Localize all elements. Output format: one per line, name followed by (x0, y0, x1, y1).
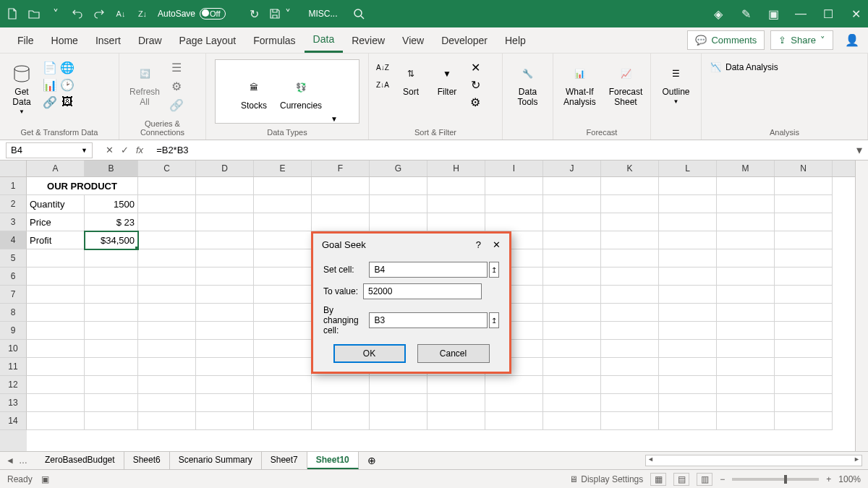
cell-J9[interactable] (543, 322, 601, 340)
row-header-1[interactable]: 1 (0, 177, 27, 195)
filter-button[interactable]: ▼ Filter (431, 59, 463, 100)
cell-L3[interactable] (659, 213, 717, 231)
cell-K6[interactable] (601, 267, 659, 286)
cell-A10[interactable] (27, 340, 85, 358)
cell-D5[interactable] (196, 249, 254, 267)
cell-J10[interactable] (543, 340, 601, 358)
cell-I12[interactable] (485, 376, 543, 394)
row-header-2[interactable]: 2 (0, 195, 27, 213)
cell-E1[interactable] (254, 177, 312, 195)
cell-C6[interactable] (138, 267, 196, 286)
set-cell-input[interactable] (369, 262, 488, 278)
cell-B12[interactable] (85, 376, 138, 394)
sheet-nav-more-icon[interactable]: … (19, 455, 27, 466)
cell-K8[interactable] (601, 304, 659, 322)
cell-M14[interactable] (717, 412, 775, 430)
cell-N3[interactable] (775, 213, 833, 231)
expand-formula-icon[interactable]: ▾ (851, 143, 868, 157)
recent-sources-icon[interactable]: 🕑 (59, 77, 75, 93)
cell-M1[interactable] (717, 177, 775, 195)
cell-D3[interactable] (196, 213, 254, 231)
name-box[interactable]: B4 ▼ (6, 142, 93, 158)
data-tools-button[interactable]: 🔧 Data Tools (512, 59, 544, 110)
enter-formula-icon[interactable]: ✓ (121, 145, 129, 155)
cell-C8[interactable] (138, 304, 196, 322)
cell-D14[interactable] (196, 412, 254, 430)
cell-H14[interactable] (427, 412, 485, 430)
cell-M4[interactable] (717, 231, 775, 249)
cell-L6[interactable] (659, 267, 717, 286)
col-header-K[interactable]: K (601, 160, 659, 176)
formula-input[interactable]: =B2*B3 (150, 143, 851, 157)
cell-D2[interactable] (196, 195, 254, 213)
cell-A2[interactable]: Quantity (27, 195, 85, 213)
wand-icon[interactable]: ✎ (739, 7, 752, 20)
cell-J12[interactable] (543, 376, 601, 394)
properties-icon[interactable]: ⚙ (169, 78, 184, 94)
row-header-3[interactable]: 3 (0, 213, 27, 231)
chevron-down-icon[interactable]: ▼ (81, 147, 88, 154)
row-header-14[interactable]: 14 (0, 412, 27, 430)
cell-F1[interactable] (312, 177, 370, 195)
cell-N12[interactable] (775, 376, 833, 394)
cell-C1[interactable] (138, 177, 196, 195)
cell-N8[interactable] (775, 304, 833, 322)
save-icon[interactable] (268, 7, 281, 20)
row-header-10[interactable]: 10 (0, 340, 27, 358)
autosave-toggle[interactable]: AutoSave Off (158, 8, 241, 20)
sort-desc-icon[interactable]: Z↓ (136, 7, 149, 20)
row-header-11[interactable]: 11 (0, 358, 27, 376)
normal-view-icon[interactable]: ▦ (650, 473, 666, 486)
whatif-button[interactable]: 📊 What-If Analysis (559, 59, 600, 110)
cell-M9[interactable] (717, 322, 775, 340)
horizontal-scrollbar[interactable] (645, 455, 862, 466)
maximize-icon[interactable]: ☐ (822, 7, 835, 20)
cell-M11[interactable] (717, 358, 775, 376)
clear-icon[interactable]: ✕ (467, 59, 483, 75)
cell-J1[interactable] (543, 177, 601, 195)
cell-H1[interactable] (427, 177, 485, 195)
cell-J8[interactable] (543, 304, 601, 322)
cell-N13[interactable] (775, 394, 833, 412)
undo-icon[interactable] (71, 7, 84, 20)
cell-E4[interactable] (254, 231, 312, 249)
cell-C14[interactable] (138, 412, 196, 430)
cell-K7[interactable] (601, 286, 659, 304)
row-header-13[interactable]: 13 (0, 394, 27, 412)
cell-K2[interactable] (601, 195, 659, 213)
cell-D11[interactable] (196, 358, 254, 376)
zoom-in-icon[interactable]: + (826, 474, 831, 484)
user-icon[interactable]: 👤 (845, 33, 859, 47)
col-header-E[interactable]: E (254, 160, 312, 176)
existing-conn-icon[interactable]: 🔗 (42, 94, 58, 110)
row-header-6[interactable]: 6 (0, 267, 27, 286)
by-changing-input[interactable] (369, 312, 488, 328)
cell-C10[interactable] (138, 340, 196, 358)
row-header-7[interactable]: 7 (0, 286, 27, 304)
new-sheet-button[interactable]: ⊕ (367, 455, 376, 466)
sheet-tab-sheet10[interactable]: Sheet10 (307, 452, 359, 469)
cell-N9[interactable] (775, 322, 833, 340)
cell-K3[interactable] (601, 213, 659, 231)
cell-M5[interactable] (717, 249, 775, 267)
from-table-icon[interactable]: 📊 (42, 77, 58, 93)
set-cell-ref-button[interactable]: ↥ (489, 262, 499, 278)
cell-L9[interactable] (659, 322, 717, 340)
cell-A1[interactable]: OUR PRODUCT (27, 177, 138, 195)
cell-L11[interactable] (659, 358, 717, 376)
cell-C12[interactable] (138, 376, 196, 394)
cell-J3[interactable] (543, 213, 601, 231)
minimize-icon[interactable]: — (794, 7, 807, 20)
dialog-close-icon[interactable]: ✕ (493, 239, 501, 250)
cell-C13[interactable] (138, 394, 196, 412)
cell-N11[interactable] (775, 358, 833, 376)
cell-B13[interactable] (85, 394, 138, 412)
cell-N14[interactable] (775, 412, 833, 430)
sort-asc-icon[interactable]: A↓ (114, 7, 127, 20)
cell-N4[interactable] (775, 231, 833, 249)
cell-B3[interactable]: $ 23 (85, 213, 138, 231)
data-analysis-button[interactable]: 📉 Data Analysis (707, 59, 781, 75)
cell-M3[interactable] (717, 213, 775, 231)
cell-M2[interactable] (717, 195, 775, 213)
zoom-level[interactable]: 100% (838, 474, 861, 484)
